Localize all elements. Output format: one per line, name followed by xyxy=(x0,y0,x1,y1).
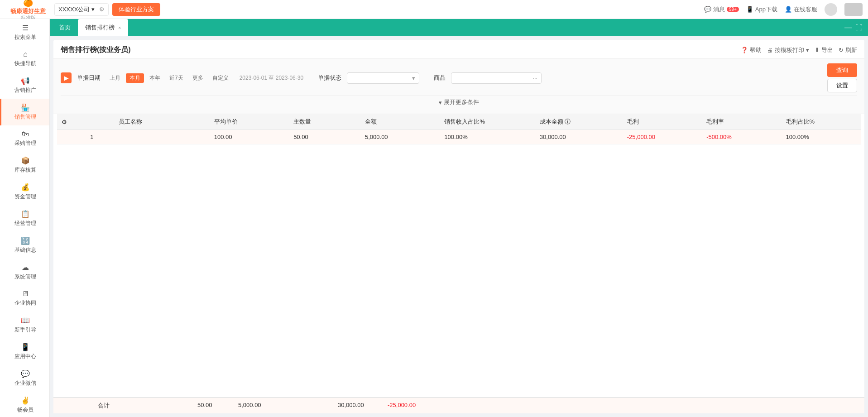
col-gross-pct: 毛利占比% xyxy=(782,114,861,130)
sidebar-item-label-guide: 新手引导 xyxy=(14,326,36,334)
message-badge: 99+ xyxy=(727,7,739,12)
chevron-down-icon: ▾ xyxy=(439,99,442,106)
sidebar-item-member[interactable]: ✌ 畅会员 xyxy=(0,392,49,417)
sidebar-item-marketing[interactable]: 📢 营销推广 xyxy=(0,72,49,99)
app-label: App下载 xyxy=(755,5,777,14)
sidebar-item-label-operations: 经营管理 xyxy=(14,220,36,227)
logo-icon: 🍊 xyxy=(23,0,33,8)
minimize-icon[interactable]: — xyxy=(844,24,852,32)
company-selector[interactable]: XXXXX公司 ▾ ⚙ xyxy=(54,3,109,16)
col-cost: 成本全额 ⓘ xyxy=(535,114,623,130)
date-opt-more[interactable]: 更多 xyxy=(189,73,207,83)
col-gross: 毛利 xyxy=(623,114,702,130)
help-btn[interactable]: ❓ 帮助 xyxy=(741,46,762,54)
col-gross-rate: 毛利率 xyxy=(702,114,781,130)
sidebar-item-app-center[interactable]: 📱 应用中心 xyxy=(0,338,49,365)
col-settings[interactable]: ⚙ xyxy=(57,114,86,130)
goods-select[interactable]: ··· xyxy=(451,72,542,84)
date-opt-custom[interactable]: 自定义 xyxy=(209,73,232,83)
top-bar-right: 💬 消息 99+ 📱 App下载 👤 在线客服 xyxy=(704,3,863,16)
avatar[interactable] xyxy=(825,3,837,16)
expand-more-btn[interactable]: ▾ 展开更多条件 xyxy=(61,95,857,109)
sidebar-item-operations[interactable]: 📋 经营管理 xyxy=(0,205,49,232)
inventory-icon: 📦 xyxy=(21,156,30,165)
filter-row: ▶ 单据日期 上月 本月 本年 近7天 更多 自定义 2023-06-01 至 … xyxy=(61,63,857,92)
tab-bar: 首页 销售排行榜 × — ⛶ xyxy=(50,19,868,36)
sidebar-item-label-basic: 基础信息 xyxy=(14,246,36,254)
status-filter-label: 单据状态 xyxy=(318,74,341,82)
status-select[interactable]: ▾ xyxy=(347,72,419,84)
table-footer: 合计 50.00 5,000.00 30,000.00 -25,000.00 xyxy=(53,397,864,413)
goods-filter-label: 商品 xyxy=(434,74,446,82)
sidebar-item-finance[interactable]: 💰 资金管理 xyxy=(0,178,49,205)
sidebar-item-label-search: 搜索菜单 xyxy=(14,34,36,41)
sidebar-item-inventory[interactable]: 📦 库存核算 xyxy=(0,152,49,178)
finance-icon: 💰 xyxy=(21,183,30,192)
sidebar-item-enterprise[interactable]: 🖥 企业协同 xyxy=(0,285,49,312)
help-label: 帮助 xyxy=(750,46,762,54)
online-service-btn[interactable]: 👤 在线客服 xyxy=(785,5,817,14)
refresh-btn[interactable]: ↻ 刷新 xyxy=(839,46,857,54)
cell-gross-rate: -500.00% xyxy=(702,130,781,144)
table-header-row: ⚙ 员工名称 平均单价 主数量 全额 销售收入占比% 成本全额 ⓘ 毛利 毛利率 xyxy=(57,114,861,130)
col-avg-price: 平均单价 xyxy=(210,114,289,130)
sidebar-item-guide[interactable]: 📖 新手引导 xyxy=(0,312,49,338)
date-opt-last-month[interactable]: 上月 xyxy=(106,73,124,83)
date-opt-this-year[interactable]: 本年 xyxy=(146,73,164,83)
data-table: ⚙ 员工名称 平均单价 主数量 全额 销售收入占比% 成本全额 ⓘ 毛利 毛利率 xyxy=(57,114,861,144)
sidebar-item-label-enterprise: 企业协同 xyxy=(14,299,36,307)
service-icon: 👤 xyxy=(785,6,792,13)
app-download-btn[interactable]: 📱 App下载 xyxy=(746,5,777,14)
refresh-label: 刷新 xyxy=(845,46,857,54)
filter-bar: ▶ 单据日期 上月 本月 本年 近7天 更多 自定义 2023-06-01 至 … xyxy=(53,59,864,114)
filter-actions: 查询 设置 xyxy=(827,63,857,92)
table-row: 1 100.00 50.00 5,000.00 100.00% 30,000.0… xyxy=(57,130,861,144)
footer-gross: -25,000.00 xyxy=(383,402,428,410)
sidebar-item-sales[interactable]: 🏪 销售管理 xyxy=(0,99,49,125)
chevron-down-icon: ▾ xyxy=(91,6,95,13)
marketing-icon: 📢 xyxy=(21,77,30,85)
settings-button[interactable]: 设置 xyxy=(827,79,857,92)
goods-more-icon[interactable]: ··· xyxy=(532,75,537,81)
sidebar-item-quick-nav[interactable]: ⌂ 快捷导航 xyxy=(0,46,49,72)
date-opt-last7[interactable]: 近7天 xyxy=(166,73,187,83)
date-filter-label: 单据日期 xyxy=(77,74,101,82)
avatar2[interactable] xyxy=(844,3,863,16)
cell-amount: 5,000.00 xyxy=(360,130,440,144)
expand-more-label: 展开更多条件 xyxy=(444,98,479,106)
sidebar-item-purchase[interactable]: 🛍 采购管理 xyxy=(0,125,49,152)
table-container: ⚙ 员工名称 平均单价 主数量 全额 销售收入占比% 成本全额 ⓘ 毛利 毛利率 xyxy=(53,114,864,397)
help-icon: ❓ xyxy=(741,47,748,53)
sidebar-item-system[interactable]: ☁ 系统管理 xyxy=(0,259,49,285)
expand-icon[interactable]: ⛶ xyxy=(855,24,863,32)
sidebar-item-basic-info[interactable]: 🔢 基础信息 xyxy=(0,232,49,259)
date-opt-this-month[interactable]: 本月 xyxy=(126,73,144,83)
refresh-icon: ↻ xyxy=(839,47,844,53)
footer-amount: 5,000.00 xyxy=(234,402,279,410)
cell-cost: 30,000.00 xyxy=(535,130,623,144)
filter-toggle-btn[interactable]: ▶ xyxy=(61,72,72,83)
tab-home[interactable]: 首页 xyxy=(52,19,78,36)
system-icon: ☁ xyxy=(22,263,29,272)
print-btn[interactable]: 🖨 按模板打印 ▾ xyxy=(767,46,809,54)
tab-close-icon[interactable]: × xyxy=(118,25,121,30)
export-btn[interactable]: ⬇ 导出 xyxy=(815,46,833,54)
sidebar-item-label-wechat: 企业微信 xyxy=(14,379,36,387)
message-btn[interactable]: 💬 消息 99+ xyxy=(704,5,739,14)
footer-sales-pct xyxy=(279,402,333,410)
sidebar-item-search[interactable]: ☰ 搜索菜单 xyxy=(0,19,49,46)
cell-employee xyxy=(114,130,209,144)
settings-icon[interactable]: ⚙ xyxy=(99,6,105,13)
sidebar-item-label-system: 系统管理 xyxy=(14,273,36,281)
tab-sales-rank[interactable]: 销售排行榜 × xyxy=(78,19,128,36)
query-button[interactable]: 查询 xyxy=(827,63,857,77)
sidebar-item-wechat[interactable]: 💬 企业微信 xyxy=(0,365,49,392)
trial-button[interactable]: 体验行业方案 xyxy=(112,3,160,16)
sidebar-item-label-finance: 资金管理 xyxy=(14,193,36,201)
sales-icon: 🏪 xyxy=(21,103,30,112)
page-actions: ❓ 帮助 🖨 按模板打印 ▾ ⬇ 导出 ↻ xyxy=(741,46,857,54)
page-header: 销售排行榜(按业务员) ❓ 帮助 🖨 按模板打印 ▾ ⬇ xyxy=(53,40,864,59)
col-rank xyxy=(86,114,114,130)
sales-rank-tab-label: 销售排行榜 xyxy=(85,24,115,32)
enterprise-icon: 🖥 xyxy=(22,290,29,298)
